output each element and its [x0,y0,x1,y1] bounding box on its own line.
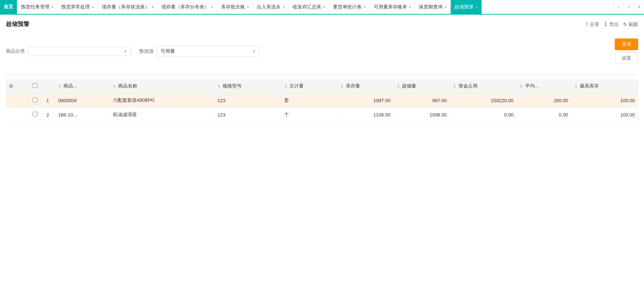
row-checkbox[interactable] [29,93,40,108]
nav-prev-arrow[interactable]: ‹ [613,0,623,14]
nav-item-in-out-flow-label: 出入库流水 [257,4,281,10]
col-unit[interactable]: ⇅ 主计量 [281,79,337,93]
col-avg[interactable]: ⇅ 平均... [517,79,571,93]
nav-item-quality-check[interactable]: 保质期查询 × [415,0,451,14]
nav-item-abnormal-label: 拣货异常处理 [61,4,90,10]
nav-close-batch-account[interactable]: × [247,5,249,9]
page-header: 超储预警 ⤴ 分享 ↧ 导出 ↻ 刷新 [6,21,638,28]
col-product-name[interactable]: ⇅ 商品名称 [110,79,214,93]
refresh-button[interactable]: ↻ 刷新 [623,21,638,28]
row-stock: 1097.00 [337,93,394,108]
gear-icon[interactable]: ⚙ [9,83,14,89]
row-spec: 123 [214,108,281,122]
row-product-name: 机油滤清器 [110,108,214,122]
nav-close-overstock-warning[interactable]: × [475,5,477,9]
row-stock: 1106.00 [337,108,394,122]
sort-unit-icon: ⇅ [284,84,287,88]
datasource-label: 数据源 [139,48,154,55]
row-capital-usage: 259220.00 [450,93,517,108]
row-gear [6,108,29,122]
nav-item-home-label: 首页 [4,4,13,10]
row-overstock: 997.00 [394,93,450,108]
nav-item-abnormal[interactable]: 拣货异常处理 × [58,0,98,14]
nav-item-batch-account-label: 库存批次账 [221,4,245,10]
col-stock[interactable]: ⇅ 库存量 [337,79,394,93]
export-icon: ↧ [604,22,608,27]
settings-button[interactable]: 设置 [615,52,638,64]
datasource-select[interactable]: 可用量 ▾ [157,46,259,57]
nav-item-collect-send[interactable]: 收发存汇总表 × [289,0,329,14]
nav-item-task-mgmt-label: 拣货任务管理 [21,4,50,10]
col-overstock[interactable]: ⇅ 超储量 [394,79,450,93]
data-table: ⚙ ⇅ 商品... ⇅ 商品名称 ⇅ 规格型号 [6,79,638,122]
nav-item-collect-send-label: 收发存汇总表 [293,4,321,10]
category-select[interactable]: ▾ [28,47,131,56]
datasource-value: 可用量 [161,48,175,55]
row-overstock: 1006.00 [394,108,450,122]
sort-overstock-icon: ⇅ [397,84,400,88]
nav-close-order-stats[interactable]: × [363,5,366,9]
col-capital-usage[interactable]: ⇅ 资金占用 [450,79,517,93]
refresh-icon: ↻ [623,22,627,27]
nav-item-task-mgmt[interactable]: 拣货任务管理 × [17,0,58,14]
row-checkbox[interactable] [29,108,40,122]
query-button[interactable]: 查询 [615,38,638,50]
nav-item-quality-check-label: 保质期查询 [419,4,443,10]
col-spec[interactable]: ⇅ 规格型号 [214,79,281,93]
sort-capital-icon: ⇅ [453,84,456,88]
nav-item-inventory-status[interactable]: 现存量（库存状况表） × [98,0,158,14]
filter-divider [6,74,638,75]
col-unit-label: 主计量 [289,83,304,89]
nav-close-arrow[interactable]: × [634,0,644,14]
row-max-stock: 100.00 [571,108,638,122]
filter-buttons: 查询 设置 [615,38,638,64]
table-header: ⚙ ⇅ 商品... ⇅ 商品名称 ⇅ 规格型号 [6,79,638,93]
nav-item-inventory-dist[interactable]: 现存量（库存分布表） × [158,0,217,14]
col-overstock-label: 超储量 [402,83,416,89]
row-gear [6,93,29,108]
col-max-stock[interactable]: ⇅ 最高库存 [571,79,638,93]
nav-item-home[interactable]: 首页 [0,0,17,14]
nav-close-inventory-dist[interactable]: × [211,5,213,9]
nav-item-order-stats-label: 要货单统计表 [333,4,362,10]
row-unit: 套 [281,93,337,108]
row-product-code: 0000004 [55,93,110,108]
sort-spec-icon: ⇅ [217,84,220,88]
nav-close-in-out-flow[interactable]: × [282,5,285,9]
table-body: 1 0000004 六配套新昌490BPG 123 套 1097.00 997.… [6,93,638,122]
nav-item-overstock-warning-label: 超储预警 [454,4,473,10]
main-content: 超储预警 ⤴ 分享 ↧ 导出 ↻ 刷新 商品分类 ▾ 数据源 [0,15,644,293]
row-product-code: 186-10... [55,108,110,122]
row-product-name: 六配套新昌490BPG [110,93,214,108]
row-avg: 0.00 [517,108,571,122]
nav-item-overstock-warning[interactable]: 超储预警 × [451,0,482,14]
nav-item-available-account[interactable]: 可用量库存账本 × [370,0,415,14]
sort-max-stock-icon: ⇅ [574,84,577,88]
nav-next-arrow[interactable]: › [623,0,634,14]
nav-item-order-stats[interactable]: 要货单统计表 × [329,0,370,14]
col-product-code-label: 商品... [63,83,77,89]
nav-item-batch-account[interactable]: 库存批次账 × [217,0,253,14]
row-avg: 260.00 [517,93,571,108]
col-product-code[interactable]: ⇅ 商品... [55,79,110,93]
col-spec-label: 规格型号 [223,83,242,89]
refresh-label: 刷新 [629,21,638,28]
nav-close-task-mgmt[interactable]: × [51,5,54,9]
top-nav: 首页 拣货任务管理 × 拣货异常处理 × 现存量（库存状况表） × 现存量（库存… [0,0,644,15]
row-num: 1 [40,93,55,108]
row-num: 2 [40,108,55,122]
export-button[interactable]: ↧ 导出 [604,21,619,28]
nav-close-available-account[interactable]: × [409,5,411,9]
nav-close-abnormal[interactable]: × [92,5,94,9]
datasource-dropdown-icon: ▾ [253,49,255,54]
select-all-checkbox[interactable] [33,83,37,88]
col-checkbox[interactable] [29,79,40,93]
nav-close-collect-send[interactable]: × [323,5,325,9]
share-button[interactable]: ⤴ 分享 [586,21,599,28]
nav-close-quality-check[interactable]: × [444,5,447,9]
col-product-name-label: 商品名称 [118,83,137,89]
nav-item-in-out-flow[interactable]: 出入库流水 × [253,0,289,14]
sort-product-name-icon: ⇅ [113,84,116,88]
col-gear[interactable]: ⚙ [6,79,29,93]
nav-close-inventory-status[interactable]: × [151,5,154,9]
